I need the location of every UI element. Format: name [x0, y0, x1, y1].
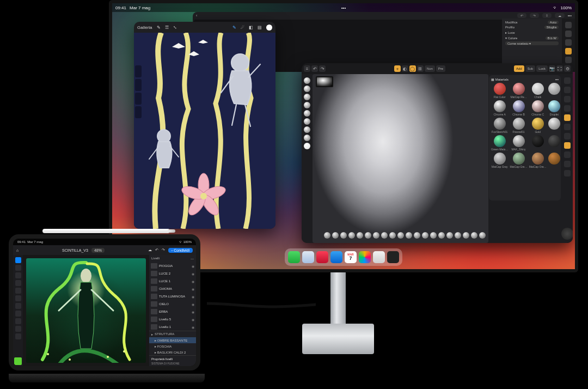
ipados-dock[interactable]: MAR7	[285, 248, 402, 266]
layer-group-row[interactable]: ▸ OMBRE BASSANTE	[149, 337, 196, 343]
transform-icon[interactable]: ⤡	[173, 25, 177, 30]
layer-row[interactable]: ERBA◉	[149, 308, 196, 315]
cloud-icon[interactable]: ☁︎	[148, 248, 152, 252]
share-icon[interactable]: ⇧	[542, 13, 552, 18]
cloud-icon[interactable]: ☁︎	[555, 13, 565, 18]
wb-button[interactable]: B.b.W	[546, 37, 559, 40]
settings-icon[interactable]: ⚙	[564, 65, 571, 72]
material-swatch[interactable]: Fresnel01	[510, 118, 527, 133]
dock-app-files[interactable]	[373, 251, 385, 263]
dock-app-calendar[interactable]: MAR7	[345, 251, 357, 263]
sculpt-brush-tray[interactable]	[334, 231, 475, 240]
material-swatch[interactable]: Chrome A	[491, 100, 508, 116]
sculpt-left-sidebar[interactable]	[302, 74, 313, 243]
material-swatch[interactable]: FoxSketch01	[491, 118, 508, 133]
dock-app-safari[interactable]	[302, 251, 314, 263]
material-swatch[interactable]: MatCap Re…	[510, 83, 527, 99]
material-swatch[interactable]: MatCap Gray	[491, 153, 508, 168]
layer-row[interactable]: LUCE 1◉	[149, 277, 196, 285]
share-button[interactable]: ◦ Condividi	[168, 248, 193, 253]
layers-icon[interactable]: ▤	[258, 25, 262, 30]
material-swatch[interactable]	[548, 118, 560, 133]
presets-icon[interactable]	[565, 57, 572, 63]
auto-button[interactable]: Auto	[548, 21, 559, 24]
layer-row[interactable]: TUTA LUMINOSA◉	[149, 293, 196, 300]
gallery-button[interactable]: Galleria	[137, 25, 152, 30]
wire-icon[interactable]: ⊞	[417, 65, 424, 72]
layer-row[interactable]: Livello 1◉	[149, 323, 196, 331]
group-header[interactable]: STRUTTURA	[155, 332, 174, 336]
sculpt-viewport[interactable]	[313, 74, 488, 243]
photoshop-layers-panel[interactable]: Livelli⋯ PIOGGIA◉LUCE 2◉LUCE 1◉CHIOMA◉TU…	[149, 255, 196, 366]
material-swatch[interactable]	[529, 135, 547, 151]
adjust-icon[interactable]: ✎	[157, 25, 161, 30]
procreate-window[interactable]: Galleria ✎ ☰ ⤡ ✎ ☄︎ ◧ ▤	[134, 22, 275, 229]
layer-row[interactable]: CHIOMA◉	[149, 285, 196, 293]
blend-section[interactable]: SISTEMA DI FUSIONE	[151, 362, 194, 365]
material-swatch[interactable]: Chrome C	[529, 100, 547, 116]
material-swatch[interactable]	[548, 153, 560, 168]
photoshop-canvas[interactable]	[23, 255, 149, 366]
light-section[interactable]: Luce	[508, 31, 515, 34]
menubar-handle[interactable]: •••	[341, 5, 346, 10]
dock-app-mail[interactable]	[330, 251, 342, 263]
mode-non[interactable]: Non	[425, 65, 435, 72]
material-swatch[interactable]: Chalk	[529, 83, 547, 99]
material-swatch[interactable]: Chrome B	[510, 100, 527, 116]
material-swatch[interactable]: Droplet	[548, 100, 560, 116]
material-swatch[interactable]: Gold	[529, 118, 547, 133]
sculpt-window[interactable]: ≡ ↶ ↷ ＋ ◐ ◯ ⊞ Non Pre Add Sub Lock 📷 ⛶ ⚙	[302, 63, 573, 243]
layer-row[interactable]: LUCE 2◉	[149, 270, 196, 277]
layer-row[interactable]: Livello 5◉	[149, 315, 196, 323]
material-swatch[interactable]	[548, 135, 560, 151]
camera-icon[interactable]: 📷	[549, 65, 555, 72]
layer-row[interactable]: PIOGGIA◉	[149, 262, 196, 270]
undo-icon[interactable]: ↶	[311, 65, 318, 72]
material-swatch[interactable]: MatCap Gre…	[510, 153, 527, 168]
adjust-icon[interactable]	[565, 31, 572, 37]
select-icon[interactable]: ☰	[165, 25, 169, 30]
back-icon[interactable]: ‹	[196, 14, 197, 17]
dock-app-photos[interactable]	[359, 251, 371, 263]
eraser-icon[interactable]: ◧	[249, 25, 253, 30]
nav-cube-icon[interactable]	[561, 228, 573, 240]
home-icon[interactable]: ⌂	[16, 248, 19, 252]
materials-more-icon[interactable]: •••	[555, 78, 559, 81]
layer-group-row[interactable]: ▸ FOSCHIA	[149, 343, 196, 349]
procreate-canvas[interactable]	[134, 33, 275, 229]
mode-add[interactable]: Add	[514, 65, 524, 72]
redo-icon[interactable]: ↷	[162, 248, 165, 252]
layer-row[interactable]: CIELO◉	[149, 300, 196, 308]
brush-icon[interactable]: ✎	[232, 25, 236, 30]
dock-app-music[interactable]	[316, 251, 328, 263]
dock-app-other[interactable]	[387, 251, 399, 263]
redo-icon[interactable]: ↷	[530, 13, 539, 18]
as-shot-dropdown[interactable]: Come scattato ▾	[505, 41, 559, 45]
color-section[interactable]: Colore	[508, 37, 518, 40]
redo-icon[interactable]: ↷	[319, 65, 326, 72]
layers-options-icon[interactable]: ⋯	[191, 257, 194, 260]
move-tool-icon[interactable]	[15, 257, 21, 263]
crop-icon[interactable]	[565, 22, 572, 28]
heal-icon[interactable]	[565, 39, 572, 46]
more-icon[interactable]: •••	[568, 14, 572, 17]
material-swatch[interactable]: Flat Color	[491, 83, 508, 99]
symmetry-icon[interactable]: ◐	[402, 65, 408, 72]
menu-icon[interactable]: ≡	[304, 65, 310, 72]
mask-icon[interactable]	[565, 48, 572, 54]
material-swatch[interactable]: MAK_Shiny	[510, 135, 527, 151]
material-swatch[interactable]	[548, 83, 560, 99]
browse-button[interactable]: Sfoglia	[544, 26, 559, 29]
foreground-color-swatch[interactable]	[14, 357, 22, 365]
mask-icon[interactable]: ◯	[409, 65, 416, 72]
material-swatch[interactable]: Green Meta…	[491, 135, 508, 151]
sculpt-reference-thumb[interactable]	[316, 76, 333, 87]
undo-icon[interactable]: ↶	[517, 13, 526, 18]
photoshop-toolbar[interactable]	[13, 255, 23, 366]
smudge-icon[interactable]: ☄︎	[241, 25, 244, 30]
procreate-side-sliders[interactable]	[135, 65, 142, 118]
undo-icon[interactable]: ↶	[155, 248, 158, 252]
dock-app-messages[interactable]	[288, 251, 300, 263]
layer-group-row[interactable]: ▸ BAGLIORI CALDI 2	[149, 349, 196, 355]
material-swatch[interactable]: MatCap Ore…	[529, 153, 547, 168]
